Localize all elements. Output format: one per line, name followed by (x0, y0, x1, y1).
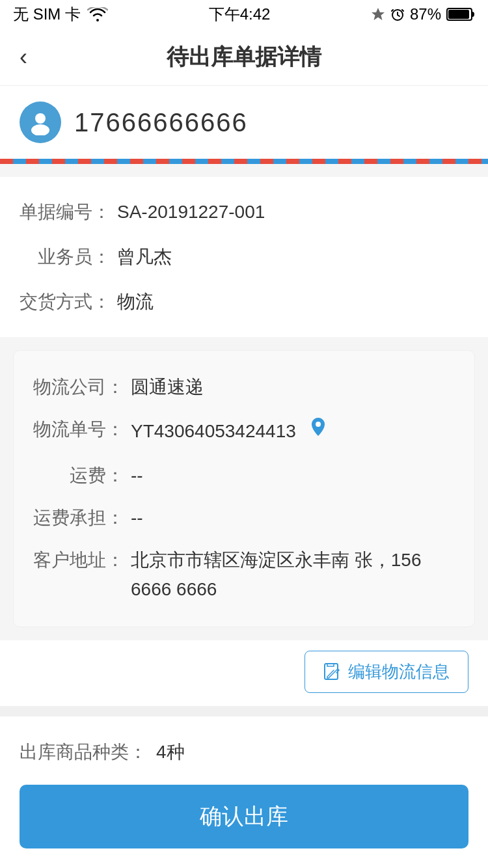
logistics-company-value: 圆通速递 (131, 373, 455, 402)
delivery-method-value: 物流 (117, 288, 468, 317)
confirm-btn-container: 确认出库 (0, 774, 488, 868)
wifi-icon (87, 7, 108, 21)
goods-type-row: 出库商品种类： 4种 (20, 729, 468, 775)
section-divider (0, 706, 488, 716)
battery-icon (446, 7, 475, 21)
map-pin-icon[interactable] (306, 415, 330, 448)
goods-type-value: 4种 (156, 740, 185, 765)
address-value: 北京市市辖区海淀区永丰南 张，156 6666 6666 (131, 546, 455, 604)
freight-bearer-value: -- (131, 504, 455, 533)
dashed-divider (0, 159, 488, 164)
goods-type-label: 出库商品种类： (20, 740, 150, 765)
sales-person-value: 曾凡杰 (117, 243, 468, 272)
nav-bar: ‹ 待出库单据详情 (0, 29, 488, 86)
sales-person-label: 业务员： (20, 243, 111, 272)
delivery-method-label: 交货方式： (20, 288, 111, 317)
user-header: 17666666666 (0, 86, 488, 159)
logistics-card: 物流公司： 圆通速递 物流单号： YT43064053424413 运费： -- (13, 350, 475, 627)
back-button[interactable]: ‹ (20, 44, 27, 71)
battery-text: 87% (410, 5, 441, 23)
edit-icon (323, 662, 342, 681)
sales-person-row: 业务员： 曾凡杰 (20, 235, 468, 280)
page-title: 待出库单据详情 (167, 42, 321, 72)
edit-btn-row: 编辑物流信息 (0, 640, 488, 706)
alarm-icon (390, 7, 405, 21)
logistics-company-label: 物流公司： (33, 373, 124, 402)
edit-btn-label: 编辑物流信息 (348, 660, 450, 683)
carrier-text: 无 SIM 卡 (13, 4, 81, 25)
person-icon (27, 109, 53, 135)
freight-bearer-row: 运费承担： -- (33, 497, 455, 539)
delivery-method-row: 交货方式： 物流 (20, 280, 468, 325)
svg-rect-2 (448, 10, 469, 19)
basic-info-section: 单据编号： SA-20191227-001 业务员： 曾凡杰 交货方式： 物流 (0, 177, 488, 337)
freight-bearer-label: 运费承担： (33, 504, 124, 533)
order-no-label: 单据编号： (20, 198, 111, 227)
svg-point-3 (35, 113, 46, 124)
time-text: 下午4:42 (209, 4, 271, 25)
confirm-outbound-button[interactable]: 确认出库 (20, 785, 468, 848)
logistics-company-row: 物流公司： 圆通速递 (33, 366, 455, 409)
status-bar-left: 无 SIM 卡 (13, 4, 108, 25)
user-phone: 17666666666 (74, 108, 248, 137)
freight-value: -- (131, 461, 455, 491)
svg-point-6 (316, 422, 321, 427)
address-label: 客户地址： (33, 546, 124, 575)
tracking-no-row: 物流单号： YT43064053424413 (33, 409, 455, 455)
location-service-icon (371, 7, 385, 21)
status-bar-right: 87% (371, 5, 475, 23)
tracking-no-value: YT43064053424413 (131, 415, 455, 448)
address-row: 客户地址： 北京市市辖区海淀区永丰南 张，156 6666 6666 (33, 539, 455, 611)
order-no-row: 单据编号： SA-20191227-001 (20, 190, 468, 235)
freight-row: 运费： -- (33, 455, 455, 497)
svg-point-4 (31, 124, 49, 135)
user-avatar (20, 102, 61, 143)
status-bar: 无 SIM 卡 下午4:42 87% (0, 0, 488, 29)
freight-label: 运费： (33, 461, 124, 491)
edit-logistics-button[interactable]: 编辑物流信息 (305, 651, 468, 693)
tracking-no-label: 物流单号： (33, 415, 124, 444)
order-no-value: SA-20191227-001 (117, 198, 468, 227)
